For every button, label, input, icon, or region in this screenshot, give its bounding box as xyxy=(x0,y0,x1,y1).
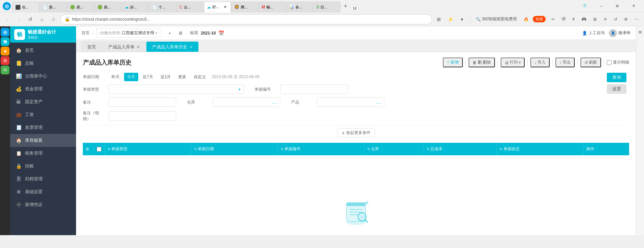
query-button[interactable]: 查询 xyxy=(607,73,626,82)
browser-tab-3[interactable]: 🟢 易... xyxy=(67,2,94,13)
sidebar-item-ledger[interactable]: 📒 总账 xyxy=(10,57,76,70)
sidebar-item-reports[interactable]: 📊 云报表中心 xyxy=(10,70,76,83)
sidebar-item-tax[interactable]: 📋 税务管理 xyxy=(10,147,76,160)
today-btn[interactable]: 今天 xyxy=(124,73,138,81)
gear-icon[interactable]: ⚙ xyxy=(86,147,89,152)
company-settings-btn[interactable]: ⚙ xyxy=(176,29,185,37)
detail-remark-input[interactable] xyxy=(109,111,176,121)
collapse-button[interactable]: ∧ 收起更多条件 xyxy=(337,128,375,137)
add-company-btn[interactable]: + xyxy=(166,29,174,37)
close-window-button[interactable]: ✕ xyxy=(626,0,641,12)
sidebar-item-inventory[interactable]: 🏠 库存核算 xyxy=(10,134,76,147)
show-detail-toggle[interactable]: 显示明细 xyxy=(607,60,629,65)
sidebar-item-payroll[interactable]: 💼 工资 xyxy=(10,108,76,121)
product-filter-input[interactable]: … xyxy=(317,97,384,107)
company-selector[interactable]: (勿删勿禁用) 江西服宝测试专用 ▾ xyxy=(96,28,160,38)
new-tab-button[interactable]: + xyxy=(341,2,350,11)
page-tab-home[interactable]: 首页 xyxy=(81,42,102,52)
app-icon-360[interactable]: ◎ xyxy=(1,28,9,37)
app-icon-cj[interactable]: 畅 xyxy=(1,37,9,46)
app-icon-mail[interactable]: ✉ xyxy=(1,66,9,74)
filter-settings-button[interactable]: 设置 xyxy=(607,84,626,94)
minimize-button[interactable]: ─ xyxy=(593,0,609,12)
warehouse-filter-input[interactable]: … xyxy=(213,97,280,107)
type-filter-select[interactable]: ▾ xyxy=(109,85,244,94)
page-tab-inventory-history[interactable]: 产成品入库单历史 ✕ xyxy=(146,42,198,52)
th-status[interactable]: ⇅ 单据状态 xyxy=(497,143,583,155)
hot-search-btn[interactable]: 热搜 xyxy=(533,16,546,22)
browser-tab-8[interactable]: ☁ 好... ✕ xyxy=(204,2,231,13)
export-button[interactable]: ↑ 导出 xyxy=(555,58,575,67)
theme-btn[interactable]: ☀ xyxy=(601,15,610,24)
browser-tab-2[interactable]: 📄 新... xyxy=(40,2,67,13)
home-button[interactable]: ⌂ xyxy=(37,15,47,24)
lightning-icon[interactable]: ⚡ xyxy=(446,15,455,24)
grid-icon[interactable]: ⊞ xyxy=(434,15,444,24)
translate-btn[interactable]: 译 xyxy=(559,15,568,24)
select-all-checkbox[interactable] xyxy=(97,147,101,152)
restore-button[interactable]: ⧉ xyxy=(610,0,625,12)
last7-btn[interactable]: 近7天 xyxy=(140,73,156,81)
th-warehouse[interactable]: ⇅ 仓库 xyxy=(364,143,424,155)
more-toolbar-btn[interactable]: ⋯ xyxy=(632,15,641,24)
sidebar-item-archive[interactable]: 🗄 归档管理 xyxy=(10,173,76,185)
browser-tab-9[interactable]: 🦁 腾... xyxy=(231,2,258,13)
browser-tab-1[interactable]: ⬛ 在... xyxy=(12,2,39,13)
breadcrumb-home[interactable]: 首页 xyxy=(81,30,90,36)
th-type[interactable]: ⇅ 单据类型 xyxy=(104,143,191,155)
currency-btn[interactable]: ¥ xyxy=(570,15,577,24)
last-month-btn[interactable]: 近1月 xyxy=(158,73,174,81)
human-service-btn[interactable]: 👤 人工咨询 xyxy=(582,30,605,36)
th-date[interactable]: ⇅ 单据日期 xyxy=(191,143,278,155)
search-toolbar-btn[interactable]: 🔍 360智能抠图免费用 xyxy=(473,15,520,24)
bookmark-button[interactable]: ☆ xyxy=(49,15,58,24)
remark-filter-input[interactable] xyxy=(109,97,176,107)
settings-toolbar-btn[interactable]: ⚙ xyxy=(621,15,630,24)
sidebar-item-new-voucher[interactable]: ➕ 新增凭证 xyxy=(10,198,76,211)
import-button[interactable]: ↓ 导入 xyxy=(530,58,550,67)
shirt-icon[interactable]: 👕 xyxy=(577,0,593,12)
app-icon-weibo[interactable]: 微 xyxy=(1,56,9,65)
th-number[interactable]: ⇅ 单据编号 xyxy=(278,143,364,155)
browser-tab-4[interactable]: 🟢 易... xyxy=(94,2,121,13)
th-settings[interactable]: ⚙ xyxy=(83,143,94,155)
browser-tab-11[interactable]: 📊 各... xyxy=(286,2,313,13)
show-detail-checkbox[interactable] xyxy=(607,60,612,65)
sidebar-item-close-account[interactable]: 🔒 结账 xyxy=(10,160,76,173)
browser-tab-6[interactable]: 📄 个... xyxy=(149,2,176,13)
th-checkbox[interactable] xyxy=(94,143,104,155)
refresh-toolbar-btn[interactable]: ↺ xyxy=(611,15,620,24)
print-button[interactable]: 🖨 打印 ▾ xyxy=(501,58,525,67)
more-btn[interactable]: 更多 xyxy=(175,73,189,81)
dropdown-icon[interactable]: ▾ xyxy=(457,15,467,24)
page-tab-history-close-icon[interactable]: ✕ xyxy=(189,45,193,49)
sidebar-item-home[interactable]: 🏠 首页 xyxy=(10,44,76,57)
sidebar-item-funds[interactable]: 💰 资金管理 xyxy=(10,83,76,95)
page-tab-close-icon[interactable]: ✕ xyxy=(137,45,140,49)
yesterday-btn[interactable]: 昨天 xyxy=(109,73,123,81)
browser-tab-5[interactable]: ☁ 好... xyxy=(122,2,149,13)
app-icon-star[interactable]: ★ xyxy=(1,47,9,55)
th-total-cost[interactable]: ⇅ 总成本 xyxy=(424,143,497,155)
sidebar-item-assets[interactable]: 🏛 固定资产 xyxy=(10,95,76,108)
custom-btn[interactable]: 自定义 xyxy=(191,73,209,81)
warehouse-ellipsis[interactable]: … xyxy=(272,99,277,105)
add-button[interactable]: + 新增 xyxy=(443,58,462,67)
number-filter-input[interactable] xyxy=(280,85,348,94)
tab-close-icon[interactable]: ✕ xyxy=(222,4,228,10)
sidebar-item-basic[interactable]: ⚙ 基础设置 xyxy=(10,185,76,198)
right-panel-close-btn[interactable]: ✕ xyxy=(638,29,642,36)
scissors-btn[interactable]: ✂ xyxy=(549,15,557,24)
browser-tab-10[interactable]: M 畅... xyxy=(259,2,286,13)
browser-tab-7[interactable]: C 企... xyxy=(176,2,204,13)
page-tab-inventory-list[interactable]: 产成品入库单 ✕ xyxy=(102,42,146,52)
browser-tab-12[interactable]: S 目... xyxy=(313,2,340,13)
calendar-icon[interactable]: 📅 xyxy=(218,30,224,36)
delete-button[interactable]: 🗑 删 删除 xyxy=(469,58,495,67)
refresh-button[interactable]: ↺ xyxy=(26,15,35,24)
product-ellipsis[interactable]: … xyxy=(376,99,381,105)
game-btn[interactable]: 🎮 xyxy=(579,15,589,24)
sidebar-item-invoice[interactable]: 🧾 发票管理 xyxy=(10,121,76,134)
grid-btn[interactable]: ⊞ xyxy=(591,15,599,24)
url-bar[interactable]: 🔒 https://cloud.chanjet.com/accounting/u… xyxy=(60,14,432,24)
